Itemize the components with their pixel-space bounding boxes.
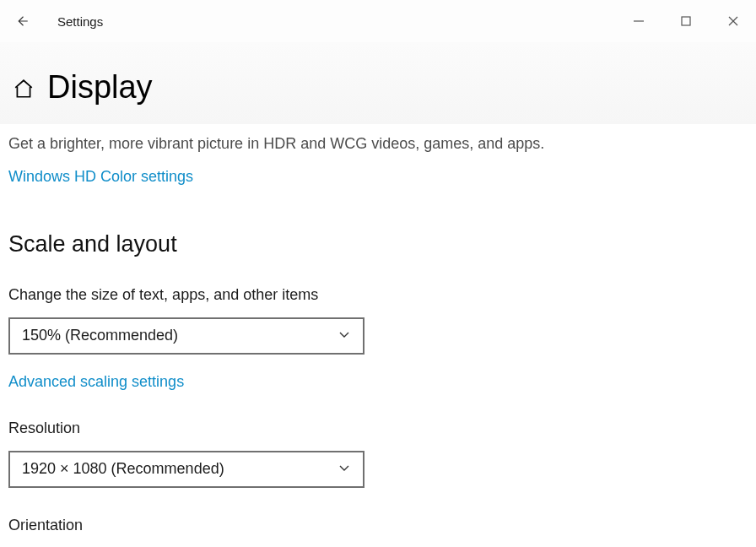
chevron-down-icon [338, 461, 351, 478]
page-title-row: Display [12, 69, 744, 106]
text-size-dropdown[interactable]: 150% (Recommended) [8, 317, 364, 355]
minimize-icon [633, 15, 645, 27]
back-button[interactable] [12, 11, 32, 31]
back-arrow-icon [14, 14, 30, 29]
minimize-button[interactable] [621, 8, 656, 35]
maximize-icon [680, 15, 692, 27]
svg-rect-1 [682, 17, 690, 25]
app-title: Settings [57, 14, 103, 29]
window-controls [621, 8, 756, 35]
hdr-description: Get a brighter, more vibrant picture in … [8, 133, 548, 156]
text-size-value: 150% (Recommended) [22, 327, 178, 344]
content-area: Get a brighter, more vibrant picture in … [0, 124, 756, 534]
close-button[interactable] [716, 8, 751, 35]
chevron-down-icon [338, 328, 351, 344]
titlebar: Settings [0, 0, 756, 42]
titlebar-left: Settings [12, 11, 103, 31]
advanced-scaling-link[interactable]: Advanced scaling settings [8, 373, 184, 391]
page-header: Display [0, 42, 756, 124]
maximize-button[interactable] [668, 8, 704, 35]
scale-layout-heading: Scale and layout [8, 231, 744, 257]
text-size-label: Change the size of text, apps, and other… [8, 286, 744, 304]
resolution-dropdown[interactable]: 1920 × 1080 (Recommended) [8, 451, 364, 488]
resolution-label: Resolution [8, 420, 744, 437]
home-outline-icon [13, 78, 35, 100]
close-icon [727, 15, 739, 27]
orientation-label: Orientation [8, 517, 744, 534]
hd-color-settings-link[interactable]: Windows HD Color settings [8, 168, 193, 186]
resolution-value: 1920 × 1080 (Recommended) [22, 460, 224, 478]
home-icon[interactable] [12, 76, 35, 100]
page-title: Display [47, 69, 153, 106]
